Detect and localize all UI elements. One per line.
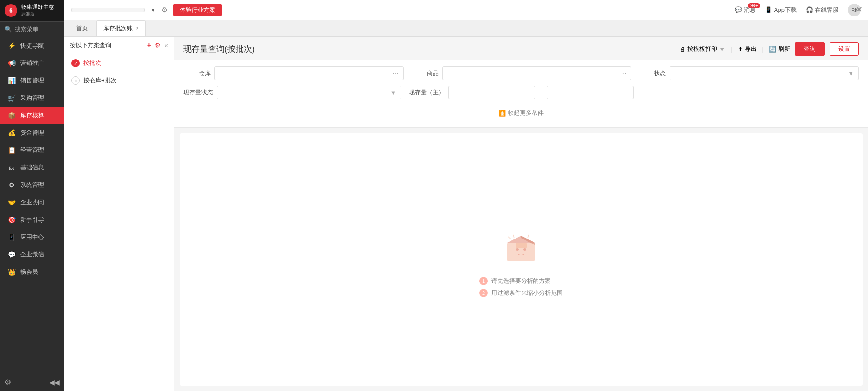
topbar: ▼ ⚙ 体验行业方案 💬 消息 99+ 📱 App下载 🎧 在线客服 Rit — [64, 0, 868, 20]
sidebar-search[interactable]: 🔍 搜索菜单 — [0, 22, 64, 37]
range-separator: — — [538, 89, 544, 96]
warehouse-dots-icon[interactable]: ··· — [392, 69, 398, 77]
status-select[interactable]: ▼ — [670, 66, 859, 80]
left-panel-title: 按以下方案查询 — [70, 41, 111, 49]
basic-icon: 🗂 — [7, 164, 16, 171]
membership-icon: 👑 — [7, 268, 16, 276]
scheme-item-by-batch[interactable]: ✓ 按批次 — [64, 54, 174, 72]
phone-icon: 📱 — [765, 6, 772, 13]
sidebar-item-newbie[interactable]: 🎯 新手引导 — [0, 211, 64, 228]
collapse-up-icon: ⏫ — [499, 110, 506, 117]
print-dropdown-icon[interactable]: ▼ — [719, 46, 725, 53]
quantity-max-input[interactable] — [547, 86, 634, 99]
sidebar-item-quick-nav[interactable]: ⚡ 快捷导航 — [0, 37, 64, 54]
left-panel-header: 按以下方案查询 + ⚙ « — [64, 37, 174, 54]
inventory-status-dropdown-icon: ▼ — [390, 89, 396, 96]
quantity-min-input[interactable] — [448, 86, 535, 99]
messages-badge: 99+ — [748, 3, 760, 8]
sidebar-header: 6 畅康通好生意 标准版 — [0, 0, 64, 22]
enterprise-wechat-icon: 💬 — [7, 251, 16, 258]
empty-tip-1: 1 请先选择要分析的方案 — [479, 277, 563, 285]
sidebar-item-enterprise-wechat[interactable]: 💬 企业微信 — [0, 246, 64, 263]
quick-nav-icon: ⚡ — [7, 42, 16, 49]
right-content: 现存量查询(按批次) 🖨 按模板打印 ▼ | ⬆ 导出 | 🔄 — [174, 37, 868, 391]
app-download-item[interactable]: 📱 App下载 — [765, 6, 797, 14]
operations-icon: 📋 — [7, 147, 16, 154]
print-action[interactable]: 🖨 按模板打印 ▼ — [680, 45, 725, 53]
trial-button[interactable]: 体验行业方案 — [173, 4, 222, 16]
topbar-dropdown-arrow[interactable]: ▼ — [150, 7, 156, 13]
empty-state: 1 请先选择要分析的方案 2 用过滤条件来缩小分析范围 — [180, 133, 863, 386]
scheme-item-by-warehouse-batch[interactable]: ○ 按仓库+批次 — [64, 72, 174, 89]
sidebar-item-operations[interactable]: 📋 经营管理 — [0, 141, 64, 159]
refresh-icon: 🔄 — [769, 46, 776, 53]
tab-inventory-batch[interactable]: 库存批次账 × — [96, 20, 146, 36]
inventory-icon: 📦 — [7, 112, 16, 119]
svg-line-6 — [508, 237, 511, 239]
warehouse-input[interactable]: ··· — [214, 66, 404, 80]
tip-num-1: 1 — [479, 277, 488, 285]
sidebar-item-sales[interactable]: 📊 销售管理 — [0, 72, 64, 89]
topbar-left: ▼ ⚙ 体验行业方案 — [71, 4, 222, 16]
product-dots-icon[interactable]: ··· — [620, 69, 626, 77]
messages-item[interactable]: 💬 消息 99+ — [735, 6, 756, 14]
status-dropdown-icon: ▼ — [848, 70, 854, 77]
collapse-panel-icon[interactable]: « — [165, 42, 168, 49]
empty-tip-2: 2 用过滤条件来缩小分析范围 — [479, 289, 563, 297]
topbar-gear-icon[interactable]: ⚙ — [161, 5, 168, 14]
sidebar-item-marketing[interactable]: 📢 营销推广 — [0, 54, 64, 72]
sidebar-item-system[interactable]: ⚙ 系统管理 — [0, 176, 64, 194]
add-scheme-icon[interactable]: + — [147, 41, 151, 49]
page-header-actions: 🖨 按模板打印 ▼ | ⬆ 导出 | 🔄 刷新 查询 设置 — [680, 42, 859, 56]
filter-row-1: 仓库 ··· 商品 ··· 状态 — [183, 66, 859, 80]
collapse-more-button[interactable]: ⏫ 收起更多条件 — [183, 105, 859, 121]
settings-icon[interactable]: ⚙ — [5, 378, 11, 386]
left-panel: 按以下方案查询 + ⚙ « ✓ 按批次 ○ 按仓库+批次 — [64, 37, 174, 391]
app-edition: 标准版 — [21, 11, 54, 17]
filter-quantity: 现存量（主） — — [409, 86, 634, 99]
scheme-settings-icon[interactable]: ⚙ — [155, 42, 161, 49]
sidebar-item-app-center[interactable]: 📱 应用中心 — [0, 228, 64, 246]
topbar-search-bar — [71, 8, 145, 12]
query-button[interactable]: 查询 — [795, 42, 825, 56]
search-icon: 🔍 — [5, 26, 12, 33]
product-input[interactable]: ··· — [442, 66, 632, 80]
refresh-action[interactable]: 🔄 刷新 — [769, 45, 790, 53]
tab-close-inventory-batch[interactable]: × — [136, 25, 139, 32]
sidebar: 6 畅康通好生意 标准版 🔍 搜索菜单 ⚡ 快捷导航 📢 营销推广 📊 销售管理… — [0, 0, 64, 391]
sidebar-item-membership[interactable]: 👑 畅会员 — [0, 263, 64, 281]
sidebar-item-finance[interactable]: 💰 资金管理 — [0, 124, 64, 141]
status-label: 状态 — [638, 69, 666, 77]
empty-illustration — [498, 222, 544, 268]
scheme-inactive-icon: ○ — [71, 76, 80, 85]
settings-button[interactable]: 设置 — [830, 42, 859, 56]
sidebar-nav: ⚡ 快捷导航 📢 营销推广 📊 销售管理 🛒 采购管理 📦 库存核算 💰 资金管… — [0, 37, 64, 373]
tabbar: 首页 库存批次账 × — [64, 20, 868, 37]
headset-icon: 🎧 — [806, 6, 813, 13]
product-label: 商品 — [411, 69, 439, 77]
svg-point-5 — [523, 248, 526, 251]
sidebar-item-inventory[interactable]: 📦 库存核算 — [0, 107, 64, 124]
collapse-sidebar-icon[interactable]: ◀◀ — [49, 379, 60, 386]
newbie-icon: 🎯 — [7, 216, 16, 223]
enterprise-icon: 🤝 — [7, 199, 16, 206]
sidebar-item-enterprise[interactable]: 🤝 企业协同 — [0, 194, 64, 211]
marketing-icon: 📢 — [7, 60, 16, 67]
app-name: 畅康通好生意 — [21, 4, 54, 11]
export-action[interactable]: ⬆ 导出 — [738, 45, 757, 53]
left-panel-actions: + ⚙ « — [147, 41, 168, 49]
filter-warehouse: 仓库 ··· — [183, 66, 404, 80]
print-icon: 🖨 — [680, 46, 686, 53]
main-area: ▼ ⚙ 体验行业方案 💬 消息 99+ 📱 App下载 🎧 在线客服 Rit — [64, 0, 868, 391]
purchase-icon: 🛒 — [7, 94, 16, 102]
finance-icon: 💰 — [7, 129, 16, 136]
svg-line-8 — [528, 235, 529, 238]
tab-home[interactable]: 首页 — [70, 20, 94, 36]
sidebar-item-basic[interactable]: 🗂 基础信息 — [0, 159, 64, 176]
online-service-item[interactable]: 🎧 在线客服 — [806, 6, 839, 14]
filter-row-2: 现存量状态 ▼ 现存量（主） — — [183, 86, 859, 99]
inventory-status-select[interactable]: ▼ — [217, 86, 401, 99]
quantity-range: — — [448, 86, 634, 99]
sidebar-item-purchase[interactable]: 🛒 采购管理 — [0, 89, 64, 107]
filter-inventory-status: 现存量状态 ▼ — [183, 86, 401, 99]
